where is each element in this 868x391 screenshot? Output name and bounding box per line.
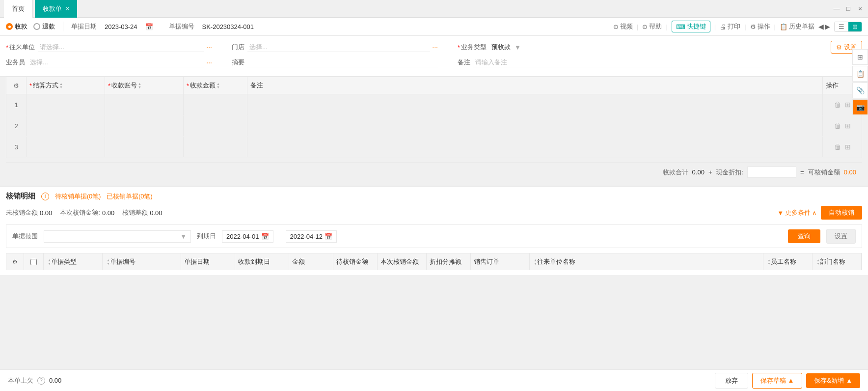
filter-settings-btn[interactable]: 设置 — [826, 229, 856, 244]
row-amount-1[interactable] — [183, 94, 247, 115]
row-num-1: 1 — [6, 94, 26, 115]
discard-button[interactable]: 放弃 — [715, 373, 748, 389]
filter-due-label: 到期日 — [197, 232, 216, 241]
sidebar-table-icon[interactable]: ⊞ — [852, 49, 868, 65]
date-end-field[interactable]: 2022-04-12 📅 — [286, 230, 337, 243]
shortcut-btn[interactable]: ⌨ 快捷键 — [672, 21, 710, 32]
row-account-2[interactable] — [105, 115, 183, 136]
auto-verify-btn[interactable]: 自动核销 — [821, 206, 862, 220]
vth-staff: ▲▼ 员工名称 — [763, 253, 813, 270]
video-btn[interactable]: ⊙ 视频 — [613, 22, 633, 31]
ops-icon: ⚙ — [750, 23, 756, 30]
staff-more-icon[interactable]: ··· — [206, 58, 212, 66]
discount-input[interactable] — [747, 167, 796, 178]
radio-receive[interactable]: 收款 — [6, 22, 27, 31]
delete-icon-1[interactable]: 🗑 — [834, 101, 841, 109]
ops-btn[interactable]: ⚙ 操作 — [750, 22, 770, 31]
date-start-calendar-icon[interactable]: 📅 — [261, 233, 269, 240]
save-new-button[interactable]: 保存&新增 ▲ — [806, 373, 860, 388]
date-start-field[interactable]: 2022-04-01 📅 — [222, 230, 273, 243]
select-all-checkbox[interactable] — [30, 259, 37, 265]
nav-prev-icon[interactable]: ◀ — [818, 23, 824, 30]
nav-next-icon[interactable]: ▶ — [825, 23, 830, 30]
stat-diff-value: 0.00 — [150, 209, 162, 217]
required-star: * — [187, 82, 189, 89]
store-more-icon[interactable]: ··· — [432, 43, 438, 51]
query-btn[interactable]: 查询 — [788, 229, 820, 243]
save-draft-button[interactable]: 保存草稿 ▲ — [752, 373, 803, 389]
copy-icon-1[interactable]: ⊞ — [845, 101, 851, 109]
plus-sign: + — [708, 168, 712, 176]
save-new-arrow-icon: ▲ — [846, 377, 852, 384]
row-account-3[interactable] — [105, 137, 183, 157]
row-ops-3: 🗑 ⊞ — [822, 137, 862, 157]
tab-close-icon[interactable]: × — [66, 0, 69, 18]
tab-active[interactable]: 收款单 × — [35, 0, 77, 18]
filter-range-select[interactable]: ▼ — [44, 230, 191, 243]
row-remark-3[interactable] — [247, 137, 822, 157]
vth-settings[interactable]: ⚙ — [6, 253, 24, 270]
stat-diff-label: 核销差额 — [122, 208, 148, 217]
table-row: 2 🗑 ⊞ — [6, 115, 862, 137]
store-input[interactable] — [247, 42, 430, 52]
note-input[interactable] — [473, 57, 862, 67]
minimize-button[interactable]: — — [833, 5, 841, 13]
history-btn[interactable]: 📋 历史单据 — [780, 22, 814, 31]
bottom-amount: 0.00 — [49, 377, 61, 384]
tab-home[interactable]: 首页 — [4, 0, 33, 18]
row-settle-3[interactable] — [26, 137, 105, 157]
vth-check[interactable] — [24, 253, 44, 270]
table-settings-icon[interactable]: ⚙ — [6, 77, 26, 94]
window-close-button[interactable]: × — [856, 5, 864, 13]
required-star: * — [108, 82, 110, 89]
chevron-up-icon: ∧ — [812, 209, 817, 217]
number-value: SK-20230324-001 — [202, 23, 254, 30]
filter-arrow-icon: ▼ — [180, 233, 187, 240]
delete-icon-3[interactable]: 🗑 — [834, 143, 841, 151]
print-btn[interactable]: 🖨 打印 — [720, 22, 740, 31]
vth-num: ▲▼ 单据编号 — [103, 253, 181, 270]
staff-input[interactable] — [28, 57, 204, 67]
date-end-calendar-icon[interactable]: 📅 — [325, 233, 332, 240]
bottom-info-icon[interactable]: ? — [37, 377, 45, 385]
biz-type-arrow[interactable]: ▼ — [515, 44, 521, 51]
stat-unchecked-value: 0.00 — [40, 209, 52, 217]
partner-input[interactable] — [38, 42, 204, 52]
row-remark-2[interactable] — [247, 115, 822, 136]
partner-more-icon[interactable]: ··· — [206, 43, 212, 51]
delete-icon-2[interactable]: 🗑 — [834, 122, 841, 130]
vth-partner: ▲▼ 往来单位名称 — [530, 253, 763, 270]
row-settle-2[interactable] — [26, 115, 105, 136]
verify-title: 核销明细 — [6, 192, 35, 201]
sidebar-doc-icon[interactable]: 📋 — [852, 66, 868, 82]
more-conditions-btn[interactable]: ▼ 更多条件 ∧ — [777, 208, 817, 217]
sidebar-attach-icon[interactable]: 📎 — [852, 83, 868, 98]
vth-curamt: 本次核销金额 — [378, 253, 427, 270]
staff-label: 业务员 — [6, 58, 25, 67]
discount-label: 现金折扣: — [716, 168, 743, 177]
stat-current-value: 0.00 — [102, 209, 114, 217]
row-amount-3[interactable] — [183, 137, 247, 157]
verify-info-icon[interactable]: i — [41, 193, 49, 200]
keyboard-icon: ⌨ — [676, 23, 685, 30]
tab-pending[interactable]: 待核销单据(0笔) — [55, 192, 101, 201]
row-remark-1[interactable] — [247, 94, 822, 115]
required-star: * — [29, 82, 32, 89]
tab-done[interactable]: 已核销单据(0笔) — [107, 192, 152, 201]
vth-amount: 金额 — [289, 253, 333, 270]
radio-refund[interactable]: 退款 — [33, 22, 55, 31]
calendar-icon[interactable]: 📅 — [145, 23, 153, 30]
row-amount-2[interactable] — [183, 115, 247, 136]
sidebar-camera-icon[interactable]: 📷 — [852, 99, 868, 115]
list-view-btn[interactable]: ☰ — [835, 22, 848, 31]
maximize-button[interactable]: □ — [844, 5, 852, 13]
copy-icon-2[interactable]: ⊞ — [845, 122, 851, 130]
row-settle-1[interactable] — [26, 94, 105, 115]
row-account-1[interactable] — [105, 94, 183, 115]
copy-icon-3[interactable]: ⊞ — [845, 143, 851, 151]
summary-input[interactable] — [247, 57, 438, 67]
store-label: 门店 — [232, 43, 244, 52]
partner-label: 往来单位 — [9, 43, 35, 52]
help-btn[interactable]: ⊙ 帮助 — [642, 22, 662, 31]
grid-view-btn[interactable]: ⊞ — [848, 22, 862, 31]
